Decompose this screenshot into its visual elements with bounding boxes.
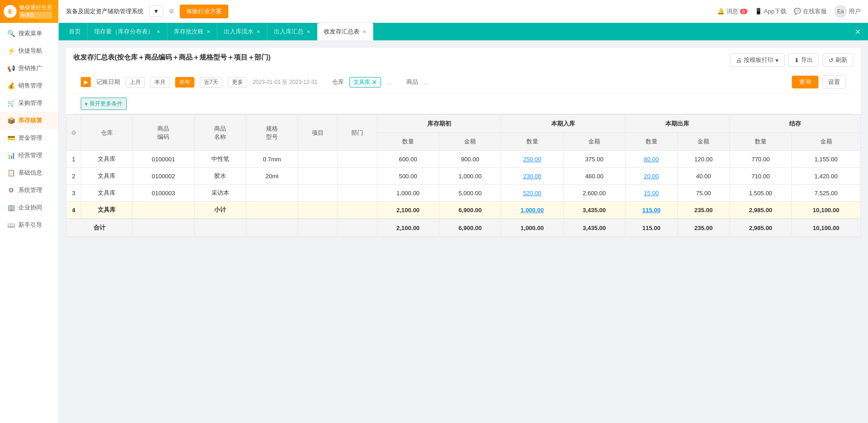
corp-icon: 🏢: [7, 204, 15, 211]
topbar-left: 装备及固定资产辅助管理系统 ▼ ⚙ 体验行业方案: [66, 5, 228, 18]
subtotal-out-qty: 115.00: [625, 202, 678, 219]
tabbar: 首页 现存量（库存分布表） ✕ 库存批次账 ✕ 出入库流水 ✕ 出入库汇总 ✕ …: [59, 23, 868, 40]
date-btn-7days[interactable]: 近7天: [200, 77, 222, 88]
user-label: 用户: [849, 7, 861, 16]
table-row: 3 文具库 0100003 采访本 1,000.00 5,000.00 520.…: [66, 185, 861, 202]
sidebar-item-finance[interactable]: 💳 资金管理: [0, 129, 58, 147]
notice-item[interactable]: 🔔 消息 6: [717, 7, 747, 16]
gear-icon[interactable]: ⚙: [169, 8, 174, 15]
table-row: 1 文具库 0100001 中性笔 0.7mm 600.00 900.00 25…: [66, 151, 861, 168]
th-bal-qty: 数量: [730, 133, 791, 151]
row-project: [298, 185, 337, 202]
tab-close-all-button[interactable]: ✕: [851, 27, 864, 36]
tab-recv-send[interactable]: 收发存汇总表 ✕: [317, 23, 373, 40]
base-icon: 📋: [7, 169, 15, 176]
tab-stock-dist[interactable]: 现存量（库存分布表） ✕: [88, 23, 167, 40]
page-header: 收发存汇总表(按仓库＋商品编码＋商品＋规格型号＋项目＋部门) 🖨 按模板打印 ▾…: [66, 48, 861, 115]
tab-batch[interactable]: 库存批次账 ✕: [167, 23, 217, 40]
user-item[interactable]: Ea 用户: [834, 5, 861, 18]
chevron-down-icon: ▾: [775, 57, 779, 64]
sidebar-item-inventory[interactable]: 📦 库存核算: [0, 112, 58, 129]
sidebar-item-label: 新手引导: [18, 221, 42, 229]
tab-close-icon[interactable]: ✕: [256, 29, 260, 35]
header-actions: 🖨 按模板打印 ▾ ⬇ 导出 ↺ 刷新: [730, 53, 853, 67]
row-code: 0100003: [133, 185, 194, 202]
date-btn-prev-month[interactable]: 上月: [126, 77, 145, 88]
sidebar-item-search[interactable]: 🔍 搜索菜单: [0, 25, 58, 42]
row-in-qty[interactable]: 230.00: [501, 168, 563, 185]
dropdown-label: ▼: [153, 8, 159, 15]
topbar-dropdown[interactable]: ▼: [149, 5, 163, 17]
warehouse-remove-button[interactable]: ✕: [372, 79, 377, 86]
app-download-item[interactable]: 📱 App下载: [755, 7, 786, 16]
expand-conditions-button[interactable]: ▾ 展开更多条件: [81, 98, 127, 110]
row-bal-amt: 1,420.00: [792, 168, 861, 185]
sidebar-item-label: 经营管理: [18, 151, 42, 159]
tab-flow[interactable]: 出入库流水 ✕: [217, 23, 267, 40]
service-item[interactable]: 💬 在线客服: [794, 7, 827, 16]
subtotal-out-amt: 235.00: [677, 202, 730, 219]
tab-close-icon[interactable]: ✕: [206, 29, 210, 35]
subtotal-code: [133, 202, 194, 219]
sidebar-item-operation[interactable]: 📊 经营管理: [0, 147, 58, 164]
goods-more-dots[interactable]: ...: [424, 79, 429, 86]
row-spec: [246, 185, 298, 202]
row-out-qty[interactable]: 15.00: [625, 185, 678, 202]
th-bal-amt: 金额: [792, 133, 861, 151]
tab-home[interactable]: 首页: [62, 23, 88, 40]
row-warehouse: 文具库: [81, 168, 133, 185]
row-in-amt: 460.00: [563, 168, 625, 185]
export-button[interactable]: ⬇ 导出: [788, 53, 819, 67]
print-button[interactable]: 🖨 按模板打印 ▾: [730, 53, 785, 67]
sidebar-item-label: 销售管理: [18, 82, 42, 90]
tab-close-icon[interactable]: ✕: [362, 29, 366, 35]
row-out-qty[interactable]: 80.00: [625, 151, 678, 168]
subtotal-open-qty: 2,100.00: [377, 202, 439, 219]
tab-close-icon[interactable]: ✕: [306, 29, 310, 35]
printer-icon: 🖨: [736, 57, 742, 64]
inventory-icon: 📦: [7, 117, 15, 124]
total-bal-amt: 10,100.00: [792, 219, 861, 237]
sidebar-item-sales[interactable]: 💰 销售管理: [0, 77, 58, 94]
filter-toggle-button[interactable]: ▶: [81, 77, 91, 87]
warehouse-more-dots[interactable]: ...: [387, 79, 392, 86]
row-code: 0100002: [133, 168, 194, 185]
tab-summary[interactable]: 出入库汇总 ✕: [267, 23, 317, 40]
sidebar-item-base[interactable]: 📋 基础信息: [0, 164, 58, 181]
tab-label: 库存批次账: [174, 27, 204, 36]
trial-button[interactable]: 体验行业方案: [180, 5, 228, 18]
tab-close-icon[interactable]: ✕: [156, 29, 160, 35]
sidebar-item-corp[interactable]: 🏢 企业协同: [0, 199, 58, 216]
sidebar-item-system[interactable]: ⚙ 系统管理: [0, 181, 58, 199]
subtotal-name: 小计: [194, 202, 246, 219]
query-button[interactable]: 查询: [792, 76, 818, 88]
row-dept: [337, 185, 377, 202]
sidebar-item-marketing[interactable]: 📢 营销推广: [0, 60, 58, 77]
row-in-qty[interactable]: 520.00: [501, 185, 563, 202]
tab-label: 出入库流水: [224, 27, 254, 36]
sidebar-item-label: 搜索菜单: [18, 29, 42, 38]
sidebar-item-label: 系统管理: [18, 186, 42, 194]
date-btn-cur-month[interactable]: 本月: [150, 77, 170, 88]
row-out-amt: 40.00: [677, 168, 730, 185]
marketing-icon: 📢: [7, 65, 15, 72]
service-label: 在线客服: [803, 7, 827, 16]
table-settings-icon[interactable]: ⚙: [71, 129, 77, 136]
refresh-button[interactable]: ↺ 刷新: [823, 53, 853, 67]
row-out-qty[interactable]: 20.00: [625, 168, 678, 185]
search-icon: 🔍: [7, 30, 15, 37]
row-open-amt: 5,000.00: [439, 185, 501, 202]
date-btn-cur-year[interactable]: 本年: [175, 77, 194, 88]
main-content: 装备及固定资产辅助管理系统 ▼ ⚙ 体验行业方案 🔔 消息 6 📱 App下载 …: [59, 0, 868, 423]
row-dept: [337, 151, 377, 168]
row-in-qty[interactable]: 250.00: [501, 151, 563, 168]
row-project: [298, 168, 337, 185]
setting-button[interactable]: 设置: [822, 75, 846, 89]
sidebar-item-purchase[interactable]: 🛒 采购管理: [0, 94, 58, 112]
sidebar-item-quick[interactable]: ⚡ 快捷导航: [0, 42, 58, 60]
row-name: 中性笔: [194, 151, 246, 168]
sidebar-item-guide[interactable]: 📖 新手引导: [0, 216, 58, 234]
topbar-right: 🔔 消息 6 📱 App下载 💬 在线客服 Ea 用户: [717, 5, 861, 18]
subtotal-in-qty: 1,000.00: [501, 202, 563, 219]
date-btn-more[interactable]: 更多: [228, 77, 247, 88]
